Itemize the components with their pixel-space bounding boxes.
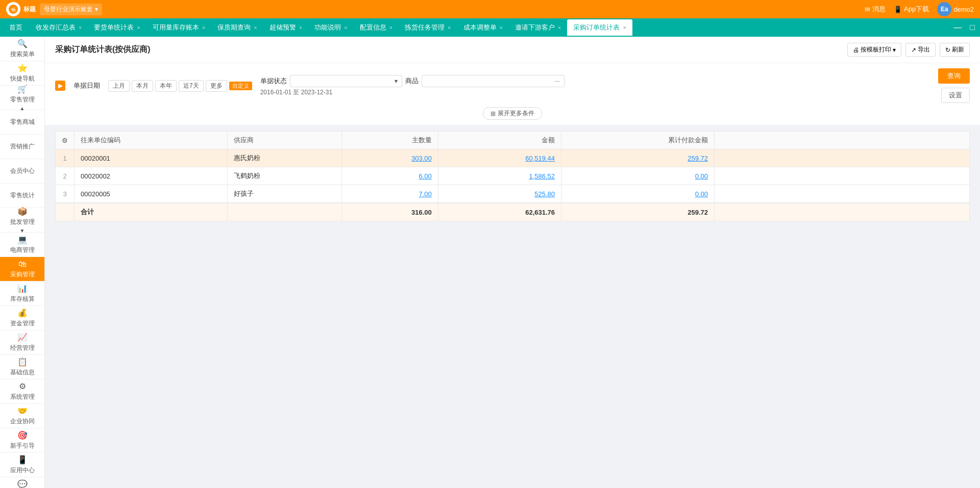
- expand-conditions-btn[interactable]: ⊞ 展开更多条件: [483, 107, 542, 120]
- finance-icon: 💰: [17, 308, 28, 318]
- top-bar-right: ✉ 消息 📱 App下载 Ea demo2: [865, 2, 974, 16]
- tab-keyongliang-close[interactable]: ×: [202, 24, 205, 31]
- sidebar-item-wechat[interactable]: 💬 企业微信: [0, 477, 44, 488]
- table-row[interactable]: 1 00020001 惠氏奶粉 303.00 60,519.44 259.72: [56, 149, 970, 167]
- cell-paid[interactable]: 0.00: [561, 185, 715, 203]
- tab-yaoqing[interactable]: 邀请下游客户 ×: [509, 19, 567, 36]
- logo-text: 标题: [23, 5, 36, 14]
- tab-shoufacun[interactable]: 收发存汇总表 ×: [30, 19, 88, 36]
- goods-filter-label: 商品: [405, 76, 419, 86]
- date-btn-last-month[interactable]: 上月: [108, 80, 130, 92]
- cell-supplier: 惠氏奶粉: [227, 149, 341, 167]
- content-area: 采购订单统计表(按供应商) 🖨 按模板打印 ▾ ↗ 导出 ↻ 刷新: [45, 37, 980, 488]
- tab-peizhi-label: 配置信息: [360, 23, 386, 32]
- filter-settings-btn[interactable]: 设置: [941, 88, 970, 103]
- date-btn-more[interactable]: 更多: [206, 80, 227, 92]
- tab-shoufacun-close[interactable]: ×: [79, 24, 82, 31]
- sidebar-item-apps[interactable]: 📱 应用中心: [0, 453, 44, 477]
- tab-chaoxu-close[interactable]: ×: [299, 24, 302, 31]
- cell-paid[interactable]: 259.72: [561, 149, 715, 167]
- sidebar-item-retail[interactable]: 🛒 零售管理 ▲: [0, 86, 44, 110]
- tab-chaoxu[interactable]: 超储预警 ×: [263, 19, 308, 36]
- print-label: 按模板打印: [861, 45, 891, 54]
- tab-yaohuodan-label: 要货单统计表: [94, 23, 134, 32]
- sidebar-item-system[interactable]: ⚙ 系统管理: [0, 379, 44, 404]
- sidebar-item-retail-stats[interactable]: 零售统计: [0, 184, 44, 208]
- tab-shoufacun-label: 收发存汇总表: [36, 23, 76, 32]
- tab-peizhi[interactable]: 配置信息 ×: [354, 19, 399, 36]
- tab-yaohuodan[interactable]: 要货单统计表 ×: [88, 19, 146, 36]
- sidebar-item-purchase[interactable]: 🛍 采购管理: [0, 257, 44, 281]
- cell-qty[interactable]: 303.00: [342, 149, 438, 167]
- sidebar-business-label: 经营管理: [10, 344, 35, 352]
- sidebar-item-nav[interactable]: ⭐ 快捷导航: [0, 61, 44, 86]
- top-bar-left: 畅 标题 母婴行业演示账套 ▾: [6, 2, 102, 16]
- tab-peizhi-close[interactable]: ×: [389, 24, 393, 31]
- filter-toggle-btn[interactable]: ▶: [55, 81, 65, 91]
- table-row[interactable]: 3 00020005 好孩子 7.00 525.80 0.00: [56, 185, 970, 203]
- sidebar-collab-label: 企业协同: [10, 417, 35, 426]
- table-footer-row: 合计 316.00 62,631.76 259.72: [56, 203, 970, 221]
- sidebar-apps-label: 应用中心: [10, 466, 35, 475]
- tab-baozhi-close[interactable]: ×: [254, 24, 257, 31]
- date-btn-this-year[interactable]: 本年: [155, 80, 177, 92]
- sidebar-item-ecom[interactable]: 💻 电商管理: [0, 233, 44, 257]
- sidebar-item-shop[interactable]: 零售商城: [0, 110, 44, 135]
- nav-maximize-btn[interactable]: □: [967, 22, 978, 33]
- tab-jianhuo[interactable]: 拣货任务管理 ×: [399, 19, 457, 36]
- tab-chengben-close[interactable]: ×: [500, 24, 503, 31]
- export-btn[interactable]: ↗ 导出: [905, 43, 936, 57]
- tab-keyongliang[interactable]: 可用量库存账本 ×: [146, 19, 211, 36]
- sidebar-item-marketing[interactable]: 营销推广: [0, 135, 44, 159]
- search-icon: 🔍: [17, 39, 28, 48]
- sidebar-item-business[interactable]: 📈 经营管理: [0, 330, 44, 355]
- tab-yaoqing-close[interactable]: ×: [558, 24, 561, 31]
- cell-supplier: 飞鹤奶粉: [227, 167, 341, 185]
- sidebar-wholesale-label: 批发管理: [10, 218, 35, 226]
- refresh-btn[interactable]: ↻ 刷新: [940, 43, 970, 57]
- sidebar-item-basic[interactable]: 📋 基础信息: [0, 355, 44, 379]
- print-btn[interactable]: 🖨 按模板打印 ▾: [847, 43, 901, 57]
- print-arrow-icon: ▾: [893, 46, 896, 54]
- app-download-btn[interactable]: 📱 App下载: [894, 5, 929, 14]
- sidebar-item-guide[interactable]: 🎯 新手引导: [0, 428, 44, 453]
- footer-empty-1: [56, 203, 75, 221]
- nav-minimize-btn[interactable]: —: [950, 22, 965, 33]
- cell-amount[interactable]: 60,519.44: [438, 149, 561, 167]
- sidebar-nav-label: 快捷导航: [10, 74, 35, 83]
- date-btn-7days[interactable]: 近7天: [179, 80, 204, 92]
- tab-gnshuoming-close[interactable]: ×: [344, 24, 347, 31]
- sidebar-item-collab[interactable]: 🤝 企业协同: [0, 404, 44, 428]
- cell-amount[interactable]: 525.80: [438, 185, 561, 203]
- cell-amount[interactable]: 1,586.52: [438, 167, 561, 185]
- user-area[interactable]: Ea demo2: [937, 2, 974, 16]
- date-btn-this-month[interactable]: 本月: [132, 80, 153, 92]
- tab-caigou[interactable]: 采购订单统计表 ×: [567, 19, 632, 36]
- message-btn[interactable]: ✉ 消息: [865, 5, 886, 14]
- tab-yaohuodan-close[interactable]: ×: [137, 24, 140, 31]
- sidebar-system-label: 系统管理: [10, 393, 35, 401]
- table-row[interactable]: 2 00020002 飞鹤奶粉 6.00 1,586.52 0.00: [56, 167, 970, 185]
- cell-qty[interactable]: 6.00: [342, 167, 438, 185]
- sidebar-item-member[interactable]: 会员中心: [0, 159, 44, 184]
- status-select[interactable]: ▾: [290, 75, 402, 87]
- sidebar-search-label: 搜索菜单: [10, 50, 35, 59]
- sidebar-item-search[interactable]: 🔍 搜索菜单: [0, 37, 44, 61]
- sidebar-item-inventory[interactable]: 📊 库存核算: [0, 281, 44, 306]
- goods-input[interactable]: ···: [422, 75, 565, 87]
- workspace-selector[interactable]: 母婴行业演示账套 ▾: [40, 4, 102, 15]
- tab-gnshuoming[interactable]: 功能说明 ×: [308, 19, 353, 36]
- refresh-label: 刷新: [952, 45, 964, 54]
- th-extra: [715, 132, 970, 149]
- query-btn[interactable]: 查询: [938, 68, 970, 84]
- sidebar-item-wholesale[interactable]: 📦 批发管理 ▼: [0, 208, 44, 233]
- tab-jianhuo-close[interactable]: ×: [448, 24, 451, 31]
- apps-icon: 📱: [17, 455, 28, 465]
- tab-home[interactable]: 首页: [2, 19, 30, 36]
- sidebar-item-finance[interactable]: 💰 资金管理: [0, 306, 44, 330]
- cell-paid[interactable]: 0.00: [561, 167, 715, 185]
- cell-qty[interactable]: 7.00: [342, 185, 438, 203]
- tab-chengben[interactable]: 成本调整单 ×: [457, 19, 509, 36]
- tab-baozhi[interactable]: 保质期查询 ×: [211, 19, 263, 36]
- tab-caigou-close[interactable]: ×: [623, 24, 626, 31]
